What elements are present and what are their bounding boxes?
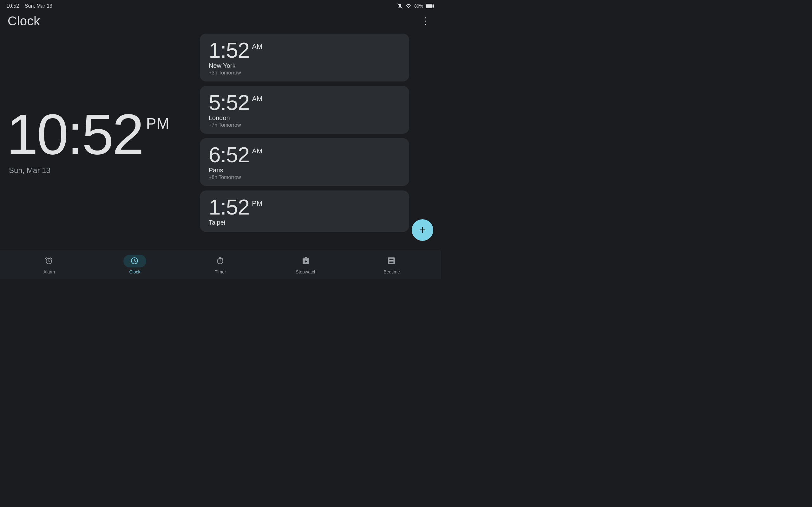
main-content: 10:52 PM Sun, Mar 13 1:52 AM New York +3… <box>0 31 441 250</box>
app-header: Clock ⋮ <box>0 11 441 31</box>
local-clock-area: 10:52 PM Sun, Mar 13 <box>0 31 190 250</box>
local-time-ampm: PM <box>146 115 169 132</box>
app-title: Clock <box>8 14 40 28</box>
clock-card-city: Paris <box>209 167 400 174</box>
clock-icon <box>131 257 139 266</box>
clock-card-time: 1:52 PM <box>209 196 400 218</box>
clock-card-city: London <box>209 114 400 122</box>
clock-card-time: 1:52 AM <box>209 39 400 61</box>
clock-card-digits: 1:52 <box>209 196 249 218</box>
status-icons: 80% <box>397 3 435 9</box>
world-clocks-list: 1:52 AM New York +3h Tomorrow 5:52 AM Lo… <box>190 31 441 250</box>
nav-label-stopwatch: Stopwatch <box>296 269 316 274</box>
svg-rect-2 <box>426 4 433 8</box>
clock-card-digits: 6:52 <box>209 144 249 165</box>
status-time-date: 10:52 Sun, Mar 13 <box>6 3 52 9</box>
nav-icon-wrap-bedtime <box>380 255 403 268</box>
clock-card-city: Taipei <box>209 219 400 226</box>
nav-item-alarm[interactable]: Alarm <box>6 251 92 278</box>
nav-item-stopwatch[interactable]: Stopwatch <box>263 251 349 278</box>
nav-item-bedtime[interactable]: Bedtime <box>349 251 435 278</box>
nav-icon-wrap-stopwatch <box>295 255 317 268</box>
local-time: 10:52 PM <box>6 106 169 163</box>
bedtime-icon <box>387 257 396 266</box>
clock-card-ampm: PM <box>252 199 262 208</box>
local-date: Sun, Mar 13 <box>9 166 50 175</box>
clock-card-time: 5:52 AM <box>209 92 400 113</box>
clock-card-ampm: AM <box>252 43 262 51</box>
clock-card-offset: +8h Tomorrow <box>209 175 400 180</box>
alarm-icon <box>45 257 54 266</box>
clock-card-digits: 5:52 <box>209 92 249 113</box>
nav-icon-wrap-alarm <box>38 255 61 268</box>
timer-icon <box>216 257 225 266</box>
nav-label-bedtime: Bedtime <box>384 269 400 274</box>
nav-label-alarm: Alarm <box>44 269 55 274</box>
nav-label-timer: Timer <box>215 269 226 274</box>
plus-icon: + <box>419 224 426 236</box>
clock-card-offset: +3h Tomorrow <box>209 70 400 76</box>
status-time: 10:52 <box>6 3 19 9</box>
clock-card: 6:52 AM Paris +8h Tomorrow <box>200 138 409 186</box>
status-date: Sun, Mar 13 <box>25 3 52 9</box>
status-bar: 10:52 Sun, Mar 13 80% <box>0 0 441 11</box>
nav-item-timer[interactable]: Timer <box>177 251 263 278</box>
clock-card-digits: 1:52 <box>209 39 249 61</box>
three-dots-icon: ⋮ <box>421 16 430 25</box>
overflow-menu-button[interactable]: ⋮ <box>418 13 433 29</box>
silent-icon <box>397 3 403 9</box>
nav-icon-wrap-timer <box>209 255 232 268</box>
clock-card-ampm: AM <box>252 95 262 103</box>
wifi-icon <box>405 3 412 9</box>
clock-card: 1:52 PM Taipei <box>200 190 409 232</box>
nav-item-clock[interactable]: Clock <box>92 251 177 278</box>
battery-icon <box>426 3 435 9</box>
battery-level: 80% <box>414 3 423 9</box>
local-time-digits: 10:52 <box>6 106 143 163</box>
stopwatch-icon <box>302 257 310 266</box>
nav-icon-wrap-clock <box>123 255 146 268</box>
add-city-button[interactable]: + <box>412 219 433 241</box>
clock-card-ampm: AM <box>252 147 262 155</box>
clock-card-time: 6:52 AM <box>209 144 400 165</box>
nav-label-clock: Clock <box>129 269 140 274</box>
clock-card: 1:52 AM New York +3h Tomorrow <box>200 34 409 81</box>
bottom-nav: Alarm Clock Timer Stopwatch <box>0 250 441 279</box>
clock-card-city: New York <box>209 62 400 69</box>
clock-card: 5:52 AM London +7h Tomorrow <box>200 86 409 134</box>
clock-card-offset: +7h Tomorrow <box>209 122 400 128</box>
